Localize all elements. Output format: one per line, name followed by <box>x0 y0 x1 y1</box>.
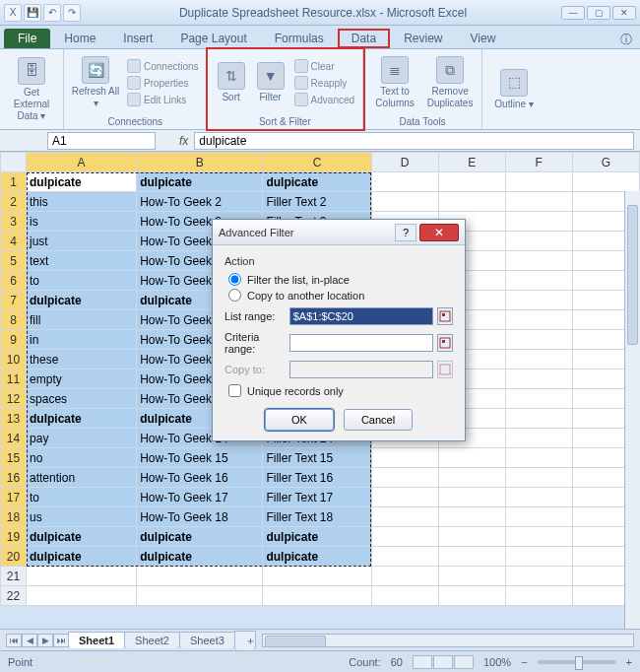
cell[interactable] <box>371 448 438 468</box>
cell[interactable] <box>438 468 505 488</box>
dialog-help-button[interactable]: ? <box>395 224 416 241</box>
cell[interactable] <box>438 192 505 212</box>
cell[interactable] <box>371 507 438 527</box>
col-header-c[interactable]: C <box>263 153 371 172</box>
cell[interactable]: How-To Geek 17 <box>137 488 263 507</box>
remove-duplicates-button[interactable]: ⧉ Remove Duplicates <box>424 56 476 109</box>
cell[interactable] <box>505 488 572 507</box>
cell[interactable]: dulpicate <box>27 409 137 429</box>
horizontal-scrollbar[interactable] <box>262 634 634 647</box>
tab-view[interactable]: View <box>457 29 510 48</box>
cell[interactable]: this <box>27 192 137 212</box>
cell[interactable] <box>438 507 505 527</box>
sheet-nav-next[interactable]: ▶ <box>37 634 53 647</box>
cell[interactable] <box>438 547 505 567</box>
cell[interactable] <box>371 488 438 507</box>
cell[interactable]: How-To Geek 18 <box>137 507 263 527</box>
cell[interactable]: is <box>27 212 137 232</box>
cell[interactable] <box>438 527 505 547</box>
cell[interactable] <box>505 291 572 310</box>
copy-to-location-radio-input[interactable] <box>228 289 241 302</box>
sheet-nav-prev[interactable]: ◀ <box>22 634 37 647</box>
cell[interactable]: spaces <box>27 389 137 409</box>
cell[interactable]: fill <box>27 310 137 330</box>
row-header[interactable]: 6 <box>1 271 27 291</box>
cell[interactable] <box>263 586 371 606</box>
cell[interactable]: dulpicate <box>263 527 371 547</box>
cell[interactable] <box>505 330 572 350</box>
row-header[interactable]: 15 <box>1 448 27 468</box>
cell[interactable]: Filler Text 15 <box>263 448 371 468</box>
excel-icon[interactable]: X <box>4 4 22 22</box>
cell[interactable] <box>505 468 572 488</box>
tab-data[interactable]: Data <box>338 29 390 48</box>
row-header[interactable]: 3 <box>1 212 27 232</box>
cell[interactable] <box>371 586 438 606</box>
reapply-button[interactable]: Reapply <box>292 75 356 91</box>
criteria-range-selector-button[interactable] <box>437 334 453 352</box>
cell[interactable] <box>438 567 505 586</box>
cancel-button[interactable]: Cancel <box>344 409 413 431</box>
row-header[interactable]: 20 <box>1 547 27 567</box>
ok-button[interactable]: OK <box>265 409 334 431</box>
redo-icon[interactable]: ↷ <box>63 4 81 22</box>
cell[interactable]: dulpicate <box>263 172 371 192</box>
copy-to-location-radio[interactable]: Copy to another location <box>228 289 453 302</box>
row-header[interactable]: 13 <box>1 409 27 429</box>
name-box[interactable] <box>47 132 156 150</box>
connections-button[interactable]: Connections <box>125 58 201 74</box>
tab-home[interactable]: Home <box>50 29 109 48</box>
row-header[interactable]: 9 <box>1 330 27 350</box>
cell[interactable]: dulpicate <box>27 172 137 192</box>
cell[interactable] <box>505 507 572 527</box>
row-header[interactable]: 5 <box>1 251 27 271</box>
cell[interactable] <box>505 370 572 389</box>
cell[interactable]: dulpicate <box>27 527 137 547</box>
cell[interactable] <box>505 350 572 370</box>
cell[interactable]: no <box>27 448 137 468</box>
dialog-close-button[interactable]: ✕ <box>419 224 459 241</box>
cell[interactable] <box>572 172 639 192</box>
cell[interactable]: How-To Geek 15 <box>137 448 263 468</box>
cell[interactable]: these <box>27 350 137 370</box>
row-header[interactable]: 21 <box>1 567 27 586</box>
tab-review[interactable]: Review <box>390 29 456 48</box>
cell[interactable]: dulpicate <box>137 527 263 547</box>
cell[interactable] <box>27 567 137 586</box>
cell[interactable] <box>438 172 505 192</box>
formula-bar[interactable] <box>194 132 634 150</box>
page-break-view-button[interactable] <box>454 655 474 669</box>
cell[interactable] <box>438 448 505 468</box>
sheet-tab-3[interactable]: Sheet3 <box>179 632 235 648</box>
cell[interactable] <box>371 567 438 586</box>
cell[interactable] <box>371 172 438 192</box>
new-sheet-button[interactable]: ＋ <box>234 631 256 650</box>
row-header[interactable]: 19 <box>1 527 27 547</box>
select-all-button[interactable] <box>1 153 27 172</box>
restore-button[interactable]: ▢ <box>587 6 610 20</box>
sheet-nav-last[interactable]: ⏭ <box>53 634 69 647</box>
col-header-b[interactable]: B <box>137 153 263 172</box>
tab-insert[interactable]: Insert <box>109 29 166 48</box>
cell[interactable] <box>505 212 572 232</box>
sheet-nav-first[interactable]: ⏮ <box>6 634 22 647</box>
cell[interactable]: empty <box>27 370 137 389</box>
list-range-selector-button[interactable] <box>437 307 453 325</box>
list-range-input[interactable] <box>289 307 433 325</box>
cell[interactable] <box>137 586 263 606</box>
refresh-all-button[interactable]: 🔄 Refresh All ▾ <box>70 56 121 109</box>
cell[interactable] <box>438 488 505 507</box>
row-header[interactable]: 4 <box>1 232 27 251</box>
row-header[interactable]: 2 <box>1 192 27 212</box>
cell[interactable]: to <box>27 271 137 291</box>
cell[interactable] <box>505 251 572 271</box>
cell[interactable] <box>505 586 572 606</box>
fx-icon[interactable]: fx <box>179 134 188 148</box>
sheet-tab-1[interactable]: Sheet1 <box>68 632 125 648</box>
row-header[interactable]: 18 <box>1 507 27 527</box>
cell[interactable] <box>438 586 505 606</box>
properties-button[interactable]: Properties <box>125 75 201 91</box>
cell[interactable] <box>371 468 438 488</box>
row-header[interactable]: 1 <box>1 172 27 192</box>
cell[interactable]: text <box>27 251 137 271</box>
